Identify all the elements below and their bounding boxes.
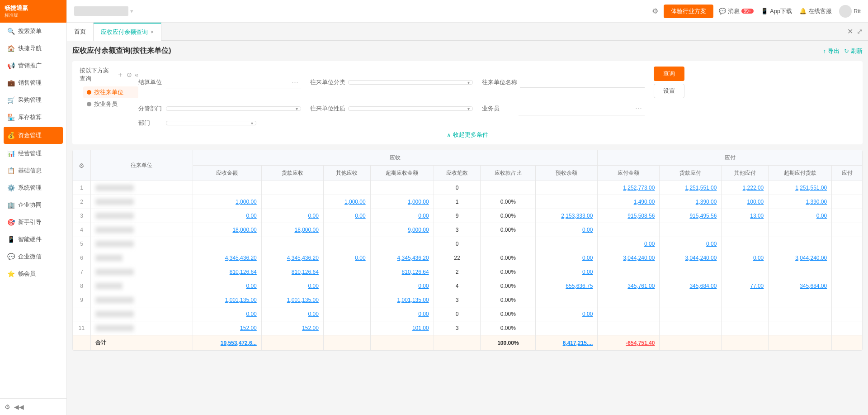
payable-amount[interactable]: 3,044,240.00 (598, 251, 660, 265)
other-payable[interactable]: 0.00 (722, 251, 769, 265)
receivable-amount[interactable]: 152.00 (193, 321, 261, 335)
receivable-amount[interactable]: 810,126.64 (193, 265, 261, 279)
loan-payable[interactable] (660, 307, 722, 321)
payable-suffix[interactable] (832, 265, 863, 279)
overdue-payable[interactable] (769, 265, 832, 279)
overdue-receivable[interactable] (370, 181, 434, 195)
overdue-receivable[interactable]: 1,001,135.00 (370, 293, 434, 307)
payable-suffix[interactable] (832, 209, 863, 223)
user-menu[interactable]: Rit (839, 5, 861, 18)
receivable-amount[interactable]: 1,000.00 (193, 195, 261, 209)
partner-category-select[interactable]: ▾ (348, 80, 473, 85)
sidebar-item-wechat[interactable]: 💬 企业微信 (0, 248, 66, 265)
gear-icon[interactable]: ⚙ (652, 7, 658, 15)
loan-receivable[interactable]: 0.00 (261, 307, 323, 321)
loan-payable[interactable] (660, 265, 722, 279)
overdue-receivable[interactable]: 0.00 (370, 307, 434, 321)
payable-amount[interactable]: 1,252,773.00 (598, 181, 660, 195)
sidebar-item-finance[interactable]: 💰 资金管理 (4, 127, 63, 144)
total-other-payable[interactable] (722, 335, 769, 351)
other-receivable[interactable]: 0.00 (323, 209, 370, 223)
total-overdue-payable[interactable] (769, 335, 832, 351)
advance-balance[interactable] (536, 293, 598, 307)
collapse-btn[interactable]: ∧ 收起更多条件 (447, 131, 488, 139)
add-filter-icon[interactable]: ＋ (117, 70, 124, 80)
settings-filter-icon[interactable]: ⊙ (127, 71, 132, 78)
overdue-receivable[interactable]: 0.00 (370, 279, 434, 293)
tab-receivable[interactable]: 应收应付余额查询 × (94, 23, 161, 41)
tab-close-icon[interactable]: × (151, 29, 154, 35)
other-payable[interactable] (722, 307, 769, 321)
overdue-receivable[interactable]: 810,126.64 (370, 265, 434, 279)
sidebar-item-corp[interactable]: 🏢 企业协同 (0, 196, 66, 214)
sidebar-item-operations[interactable]: 📊 经营管理 (0, 145, 66, 162)
dots-icon[interactable]: ··· (292, 77, 298, 87)
payable-suffix[interactable] (832, 223, 863, 237)
loan-receivable[interactable]: 4,345,436.20 (261, 251, 323, 265)
payable-amount[interactable] (598, 223, 660, 237)
other-receivable[interactable] (323, 223, 370, 237)
sidebar-item-nav[interactable]: 🏠 快捷导航 (0, 40, 66, 57)
overdue-payable[interactable] (769, 223, 832, 237)
sidebar-item-sales[interactable]: 💼 销售管理 (0, 74, 66, 91)
advance-balance[interactable] (536, 181, 598, 195)
other-receivable[interactable] (323, 237, 370, 251)
overdue-payable[interactable] (769, 237, 832, 251)
table-settings-icon[interactable]: ⚙ (79, 162, 85, 169)
settings-btn[interactable]: 设置 (654, 84, 684, 98)
receivable-amount[interactable] (193, 237, 261, 251)
other-payable[interactable] (722, 321, 769, 335)
loan-receivable[interactable] (261, 181, 323, 195)
other-receivable[interactable] (323, 321, 370, 335)
loan-payable[interactable]: 915,495.56 (660, 209, 722, 223)
settings-bottom-icon[interactable]: ⚙ (5, 403, 10, 410)
collapse-icon[interactable]: ◀◀ (14, 403, 24, 410)
overdue-payable[interactable]: 1,251,551.00 (769, 181, 832, 195)
loan-receivable[interactable]: 0.00 (261, 279, 323, 293)
app-download-btn[interactable]: 📱 App下载 (761, 7, 792, 15)
other-payable[interactable] (722, 293, 769, 307)
loan-payable[interactable]: 345,684.00 (660, 279, 722, 293)
advance-balance[interactable]: 0.00 (536, 251, 598, 265)
total-loan-payable[interactable] (660, 335, 722, 351)
loan-payable[interactable] (660, 293, 722, 307)
advance-balance[interactable] (536, 195, 598, 209)
other-receivable[interactable] (323, 265, 370, 279)
sidebar-item-member[interactable]: ⭐ 畅会员 (0, 265, 66, 282)
collapse-filter-icon[interactable]: « (135, 71, 138, 78)
payable-amount[interactable] (598, 321, 660, 335)
other-receivable[interactable]: 0.00 (323, 251, 370, 265)
loan-receivable[interactable] (261, 237, 323, 251)
payable-suffix[interactable] (832, 279, 863, 293)
payable-amount[interactable] (598, 307, 660, 321)
other-payable[interactable] (722, 237, 769, 251)
refresh-btn[interactable]: ↻ 刷新 (844, 47, 863, 55)
other-receivable[interactable] (323, 293, 370, 307)
partner-nature-select[interactable]: ▾ (348, 106, 473, 111)
overdue-receivable[interactable]: 0.00 (370, 209, 434, 223)
export-btn[interactable]: ↑ 导出 (823, 47, 840, 55)
filter-tab-by-salesman[interactable]: 按业务员 (83, 98, 138, 110)
overdue-payable[interactable]: 3,044,240.00 (769, 251, 832, 265)
advance-balance[interactable]: 0.00 (536, 223, 598, 237)
loan-payable[interactable]: 0.00 (660, 237, 722, 251)
advance-balance[interactable] (536, 237, 598, 251)
advance-balance[interactable]: 0.00 (536, 265, 598, 279)
overdue-payable[interactable]: 345,684.00 (769, 279, 832, 293)
query-btn[interactable]: 查询 (654, 67, 684, 81)
total-other-receivable[interactable] (323, 335, 370, 351)
tab-home[interactable]: 首页 (67, 23, 94, 41)
payable-suffix[interactable] (832, 195, 863, 209)
payable-amount[interactable]: 1,490.00 (598, 195, 660, 209)
sidebar-item-inventory[interactable]: 🏪 库存核算 (0, 109, 66, 126)
overdue-receivable[interactable]: 9,000.00 (370, 223, 434, 237)
total-payable-suffix[interactable] (832, 335, 863, 351)
loan-payable[interactable] (660, 223, 722, 237)
sidebar-item-search[interactable]: 🔍 搜索菜单 (0, 23, 66, 40)
payable-amount[interactable] (598, 293, 660, 307)
advance-balance[interactable]: 655,636.75 (536, 279, 598, 293)
loan-receivable[interactable]: 152.00 (261, 321, 323, 335)
other-payable[interactable]: 1,222.00 (722, 181, 769, 195)
total-payable[interactable]: -654,751.40 (598, 335, 660, 351)
loan-payable[interactable] (660, 321, 722, 335)
